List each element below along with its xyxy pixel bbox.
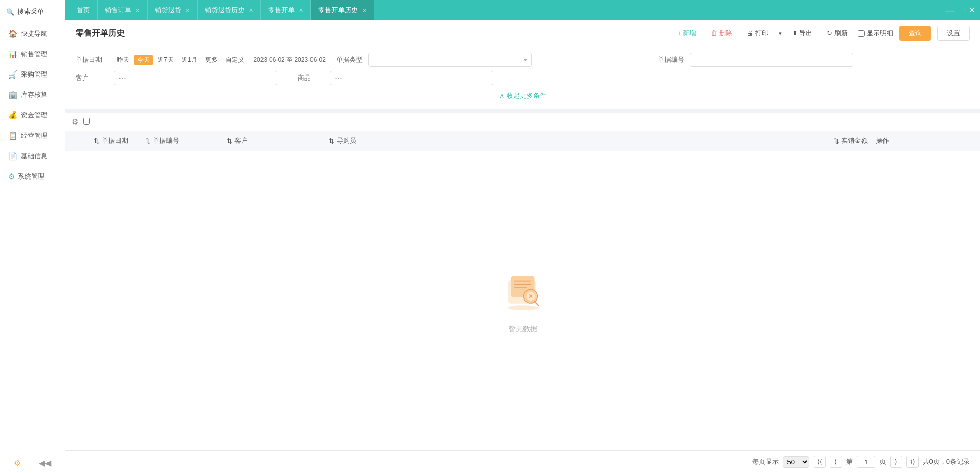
first-page-btn[interactable]: ⟨⟨ (814, 456, 826, 468)
collapse-filter-btn[interactable]: ∧ 收起更多条件 (76, 89, 970, 103)
total-label: 共0页，0条记录 (923, 457, 970, 466)
page-label: 第 (846, 457, 853, 466)
date-btn-last7[interactable]: 近7天 (155, 55, 177, 65)
operations-icon: 📋 (8, 131, 18, 140)
th-amount[interactable]: ⇅ 实销金额 (407, 131, 872, 151)
table-header: ⇅ 单据日期 ⇅ 单据编号 ⇅ 客户 ⇅ 导购员 ⇅ 实销金额 (65, 131, 980, 151)
customer-filter-label: 客户 (76, 73, 104, 83)
tab-retail-open[interactable]: 零售开单 ✕ (261, 0, 311, 20)
empty-text: 暂无数据 (509, 325, 537, 334)
show-detail-checkbox-label[interactable]: 显示明细 (858, 29, 893, 38)
tab-sales-return-close[interactable]: ✕ (185, 7, 190, 14)
sidebar-item-label: 资金管理 (21, 111, 47, 120)
sidebar-search[interactable]: 🔍 搜索采单 (0, 0, 65, 23)
show-detail-checkbox[interactable] (858, 30, 865, 37)
checkbox-all[interactable] (83, 117, 90, 127)
last-page-btn[interactable]: ⟩⟩ (906, 456, 919, 468)
table-area: ⚙ ⇅ 单据日期 ⇅ 单据编号 ⇅ 客户 (65, 113, 980, 473)
maximize-button[interactable]: □ (959, 5, 964, 16)
sidebar-item-basic-info[interactable]: 📄 基础信息 (2, 146, 63, 166)
tab-retail-open-label: 零售开单 (268, 6, 295, 15)
th-checkbox (71, 131, 90, 151)
settings-bottom-icon[interactable]: ⚙ (14, 458, 21, 468)
per-page-select[interactable]: 50 10 20 100 (783, 456, 809, 468)
date-btn-yesterday[interactable]: 昨天 (114, 55, 132, 65)
th-salesperson[interactable]: ⇅ 导购员 (325, 131, 407, 151)
collapse-sidebar-icon[interactable]: ◀◀ (39, 458, 51, 468)
sidebar-item-operations[interactable]: 📋 经营管理 (2, 126, 63, 145)
sort-date-icon: ⇅ (94, 137, 100, 145)
sidebar-item-inventory[interactable]: 🏢 库存核算 (2, 85, 63, 105)
main-content: 首页 销售订单 ✕ 销货退货 ✕ 销货退货历史 ✕ 零售开单 ✕ 零售开单历史 … (65, 0, 980, 473)
th-date[interactable]: ⇅ 单据日期 (90, 131, 141, 151)
sort-amount-icon: ⇅ (833, 137, 839, 145)
empty-state: 暂无数据 (497, 267, 548, 334)
close-button[interactable]: ✕ (968, 5, 976, 16)
sidebar-item-quick-nav[interactable]: 🏠 快捷导航 (2, 24, 63, 43)
setting-button[interactable]: 设置 (937, 26, 970, 41)
date-range-display: 2023-06-02 至 2023-06-02 (253, 56, 325, 64)
tab-home[interactable]: 首页 (69, 0, 98, 20)
sidebar-item-system[interactable]: ⚙ 系统管理 (2, 167, 63, 186)
sales-icon: 📊 (8, 49, 18, 59)
pagination: 每页显示 50 10 20 100 ⟨⟨ ⟨ 第 页 ⟩ ⟩⟩ 共0页，0条记录 (65, 450, 980, 473)
filter-row-1: 单据日期 昨天 今天 近7天 近1月 更多 自定义 2023-06-02 至 2… (76, 53, 970, 67)
date-btn-today[interactable]: 今天 (134, 55, 153, 65)
collapse-filter-label: 收起更多条件 (507, 91, 546, 101)
tab-sales-order[interactable]: 销售订单 ✕ (98, 0, 148, 20)
date-btn-custom[interactable]: 自定义 (223, 55, 247, 65)
tab-sales-order-close[interactable]: ✕ (135, 7, 140, 14)
sidebar: 🔍 搜索采单 🏠 快捷导航 📊 销售管理 🛒 采购管理 🏢 库存核算 💰 资金管… (0, 0, 65, 473)
filter-row-2: 客户 ··· 商品 ··· (76, 71, 970, 85)
select-all-checkbox[interactable] (83, 118, 90, 125)
filter-area: 单据日期 昨天 今天 近7天 近1月 更多 自定义 2023-06-02 至 2… (65, 46, 980, 109)
sidebar-bottom: ⚙ ◀◀ (0, 453, 65, 473)
query-button[interactable]: 查询 (899, 26, 931, 41)
empty-illustration (497, 267, 548, 318)
add-button[interactable]: + 新增 (673, 27, 700, 40)
tab-retail-history-close[interactable]: ✕ (362, 7, 367, 14)
tab-sales-return-history[interactable]: 销货退货历史 ✕ (198, 0, 261, 20)
date-btn-more[interactable]: 更多 (202, 55, 221, 65)
date-btn-last1month[interactable]: 近1月 (179, 55, 201, 65)
delete-button[interactable]: 🗑 删除 (707, 27, 737, 40)
sort-number-icon: ⇅ (145, 137, 151, 145)
th-number[interactable]: ⇅ 单据编号 (141, 131, 223, 151)
sidebar-item-sales-mgmt[interactable]: 📊 销售管理 (2, 44, 63, 64)
tab-sales-return-label: 销货退货 (155, 6, 181, 15)
sidebar-item-label: 系统管理 (18, 172, 44, 181)
page-input[interactable] (857, 456, 875, 468)
sidebar-item-label: 采购管理 (21, 70, 47, 79)
sidebar-item-finance[interactable]: 💰 资金管理 (2, 106, 63, 125)
export-button[interactable]: ⬆ 导出 (788, 27, 817, 40)
basic-info-icon: 📄 (8, 152, 18, 161)
tab-retail-history[interactable]: 零售开单历史 ✕ (311, 0, 374, 20)
tab-retail-open-close[interactable]: ✕ (299, 7, 303, 14)
sidebar-item-label: 快捷导航 (21, 29, 47, 38)
refresh-button[interactable]: ↻ 刷新 (823, 27, 852, 40)
tab-sales-return-history-label: 销货退货历史 (205, 6, 245, 15)
goods-filter-select[interactable]: ··· (330, 71, 493, 85)
minimize-button[interactable]: — (945, 5, 954, 16)
page-header: 零售开单历史 + 新增 🗑 删除 🖨 打印 ▾ ⬆ 导出 ↻ 刷新 显示明细 查… (65, 20, 980, 46)
print-dropdown-icon[interactable]: ▾ (779, 30, 782, 37)
show-detail-label: 显示明细 (867, 29, 893, 38)
type-filter-select[interactable]: ▾ (368, 53, 532, 67)
goods-dots: ··· (334, 71, 342, 85)
table-settings-icon[interactable]: ⚙ (71, 117, 78, 127)
next-page-btn[interactable]: ⟩ (890, 456, 902, 468)
customer-filter-select[interactable]: ··· (114, 71, 277, 85)
filter-date-buttons: 昨天 今天 近7天 近1月 更多 自定义 2023-06-02 至 2023-0… (114, 55, 326, 65)
print-button[interactable]: 🖨 打印 (743, 27, 773, 40)
sidebar-item-purchase-mgmt[interactable]: 🛒 采购管理 (2, 65, 63, 84)
per-page-label: 每页显示 (752, 457, 779, 466)
customer-dots: ··· (118, 71, 126, 85)
system-icon: ⚙ (8, 172, 15, 181)
number-filter-input[interactable] (690, 53, 853, 67)
tab-sales-return-history-close[interactable]: ✕ (249, 7, 253, 14)
sidebar-item-label: 经营管理 (21, 131, 47, 140)
prev-page-btn[interactable]: ⟨ (830, 456, 842, 468)
th-customer[interactable]: ⇅ 客户 (223, 131, 325, 151)
type-filter-label: 单据类型 (336, 55, 364, 64)
tab-sales-return[interactable]: 销货退货 ✕ (148, 0, 198, 20)
